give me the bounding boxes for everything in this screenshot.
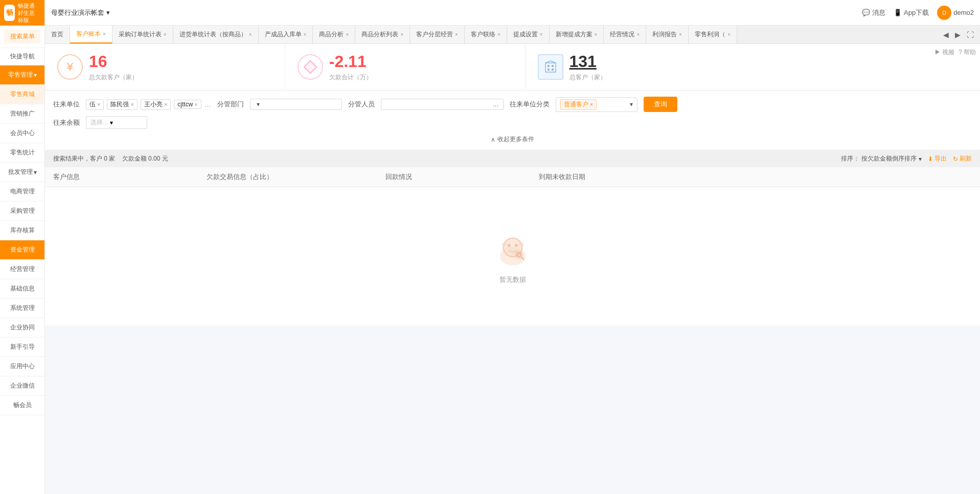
tab-scroll-right[interactable]: ▶ bbox=[953, 30, 963, 40]
sidebar-item-inventory[interactable]: 库存核算 bbox=[0, 221, 44, 240]
collapse-button[interactable]: ∧ 收起更多条件 bbox=[491, 135, 534, 144]
sidebar: 畅 畅捷通好生意 标版 搜索菜单 快捷导航 零售管理 ▾ 零售商城 营销推广 会… bbox=[0, 0, 45, 494]
tab-boost-settings[interactable]: 提成设置 × bbox=[507, 26, 550, 43]
sidebar-item-enterprise-wechat[interactable]: 企业微信 bbox=[0, 376, 44, 396]
tab-operations-status[interactable]: 经营情况 × bbox=[604, 26, 646, 43]
tab-product-analysis-list[interactable]: 商品分析列表 × bbox=[355, 26, 410, 43]
sidebar-item-retail-mall[interactable]: 零售商城 bbox=[0, 85, 44, 104]
filter-tag-close-4[interactable]: × bbox=[194, 101, 197, 107]
unit-type-tag: 普通客户 × bbox=[560, 99, 597, 110]
sidebar-item-basic-info[interactable]: 基础信息 bbox=[0, 279, 44, 299]
person-input[interactable]: … bbox=[381, 99, 504, 110]
query-button[interactable]: 查询 bbox=[644, 97, 677, 112]
tab-retail-profit[interactable]: 零售利润（ × bbox=[689, 26, 737, 43]
tab-close-retail-profit[interactable]: × bbox=[727, 32, 731, 37]
video-help-link[interactable]: ▶ 视频 bbox=[935, 48, 954, 57]
tab-close-purchase-order[interactable]: × bbox=[164, 32, 167, 37]
sidebar-item-operations[interactable]: 经营管理 bbox=[0, 260, 44, 279]
tab-customer-seg[interactable]: 客户分层经营 × bbox=[410, 26, 465, 43]
table-wrapper: 客户信息 欠款交易信息（占比） 回款情况 到期未收款日期 bbox=[45, 167, 980, 325]
tab-close-production[interactable]: × bbox=[304, 32, 307, 37]
sidebar-item-member-center[interactable]: 会员中心 bbox=[0, 124, 44, 143]
dept-select[interactable]: ▾ bbox=[250, 99, 342, 110]
filter-row-2: 往来余额 选择... ▾ bbox=[53, 116, 972, 129]
tab-close-product-analysis[interactable]: × bbox=[346, 32, 349, 37]
tab-new-boost-plan[interactable]: 新增提成方案 × bbox=[550, 26, 604, 43]
filter-tag-3: 王小亮 × bbox=[141, 99, 171, 110]
sidebar-logo: 畅 畅捷通好生意 标版 bbox=[0, 0, 44, 26]
sidebar-item-system[interactable]: 系统管理 bbox=[0, 299, 44, 318]
sidebar-item-wholesale-mgmt[interactable]: 批发管理 ▾ bbox=[0, 163, 44, 182]
unit-type-tag-close[interactable]: × bbox=[590, 101, 593, 107]
app-download-button[interactable]: 📱 App下载 bbox=[894, 8, 929, 17]
filter-tag-close-2[interactable]: × bbox=[130, 101, 133, 107]
tab-close-customer-seg[interactable]: × bbox=[455, 32, 458, 37]
tabbar-actions: ◀ ▶ ⛶ bbox=[937, 30, 980, 40]
stat-total-customers: 131 总客户（家） ▶ 视频 ? 帮助 bbox=[526, 44, 981, 90]
sort-select[interactable]: 排序： 按欠款金额倒序排序 ▾ bbox=[841, 154, 922, 163]
tab-customer-accounts[interactable]: 客户账本 × bbox=[70, 26, 112, 43]
collapse-row: ∧ 收起更多条件 bbox=[53, 133, 972, 144]
filter-tags: 伍 × 陈民强 × 王小亮 × cjttcw × … bbox=[86, 99, 211, 110]
tab-close-operations[interactable]: × bbox=[636, 32, 640, 37]
sidebar-item-new-guide[interactable]: 新手引导 bbox=[0, 338, 44, 357]
balance-filter-label: 往来余额 bbox=[53, 118, 80, 127]
filter-tag-more[interactable]: … bbox=[204, 101, 211, 108]
refresh-button[interactable]: ↻ 刷新 bbox=[953, 154, 972, 163]
tab-home[interactable]: 首页 bbox=[45, 26, 70, 43]
play-icon: ▶ bbox=[935, 49, 941, 56]
help-link[interactable]: ? 帮助 bbox=[959, 48, 976, 57]
balance-select[interactable]: 选择... ▾ bbox=[86, 116, 147, 129]
tab-close-new-boost[interactable]: × bbox=[595, 32, 598, 37]
credit-customers-value: 16 bbox=[89, 52, 138, 71]
tab-customer-contact[interactable]: 客户联络 × bbox=[465, 26, 507, 43]
col-debt-header: 欠款交易信息（占比） bbox=[207, 172, 385, 182]
sidebar-item-enterprise-collab[interactable]: 企业协同 bbox=[0, 318, 44, 338]
tab-scroll-left[interactable]: ◀ bbox=[941, 30, 951, 40]
account-selector[interactable]: 母婴行业演示帐套 ▾ bbox=[51, 8, 110, 17]
unit-type-select[interactable]: 普通客户 × ▾ bbox=[556, 97, 637, 112]
tab-close-profit[interactable]: × bbox=[679, 32, 682, 37]
sidebar-search[interactable]: 搜索菜单 bbox=[0, 26, 44, 48]
tab-close-product-analysis-list[interactable]: × bbox=[400, 32, 403, 37]
sidebar-item-capital[interactable]: 资金管理 bbox=[0, 240, 44, 260]
sidebar-item-ecommerce[interactable]: 电商管理 bbox=[0, 182, 44, 201]
download-icon: ⬇ bbox=[928, 155, 933, 163]
tab-purchase-order-stats[interactable]: 采购订单统计表 × bbox=[112, 26, 173, 43]
export-button[interactable]: ⬇ 导出 bbox=[928, 154, 947, 163]
sidebar-item-app-center[interactable]: 应用中心 bbox=[0, 357, 44, 376]
sidebar-item-retail-mgmt[interactable]: 零售管理 ▾ bbox=[0, 65, 44, 85]
sidebar-item-marketing[interactable]: 营销推广 bbox=[0, 104, 44, 124]
tab-expand[interactable]: ⛶ bbox=[965, 30, 976, 40]
sidebar-item-member[interactable]: 畅会员 bbox=[0, 396, 44, 415]
chevron-down-icon: ▾ bbox=[257, 101, 260, 108]
download-icon: 📱 bbox=[894, 9, 902, 16]
message-button[interactable]: 💬 消息 bbox=[862, 8, 885, 17]
quick-nav-button[interactable]: 快捷导航 bbox=[0, 48, 44, 65]
stat-credit-amount: -2.11 欠款合计（万） bbox=[285, 44, 526, 90]
topbar-right: 💬 消息 📱 App下载 D demo2 bbox=[862, 6, 974, 20]
topbar: 母婴行业演示帐套 ▾ 💬 消息 📱 App下载 D demo2 bbox=[45, 0, 980, 26]
credit-customers-label: 总欠款客户（家） bbox=[89, 73, 138, 82]
tab-close-customer-accounts[interactable]: × bbox=[103, 31, 106, 37]
tab-close-incoming[interactable]: × bbox=[249, 32, 252, 37]
question-icon: ? bbox=[959, 49, 962, 56]
search-menu-button[interactable]: 搜索菜单 bbox=[4, 30, 40, 43]
filter-bar: 往来单位 伍 × 陈民强 × 王小亮 × cjttcw bbox=[45, 91, 980, 150]
sidebar-item-purchase[interactable]: 采购管理 bbox=[0, 201, 44, 221]
user-menu[interactable]: D demo2 bbox=[937, 6, 974, 20]
filter-tag-close-1[interactable]: × bbox=[97, 101, 100, 107]
svg-rect-2 bbox=[545, 63, 556, 72]
tab-incoming-stats[interactable]: 进货单统计表（按商品） × bbox=[173, 26, 259, 43]
tab-close-customer-contact[interactable]: × bbox=[497, 32, 500, 37]
filter-tag-2: 陈民强 × bbox=[107, 99, 137, 110]
sidebar-item-retail-stats[interactable]: 零售统计 bbox=[0, 143, 44, 163]
tab-production-inbound[interactable]: 产成品入库单 × bbox=[259, 26, 313, 43]
results-actions: 排序： 按欠款金额倒序排序 ▾ ⬇ 导出 ↻ 刷新 bbox=[841, 154, 972, 163]
tab-close-boost-settings[interactable]: × bbox=[540, 32, 543, 37]
building-icon bbox=[543, 60, 558, 74]
credit-amount-value: -2.11 bbox=[329, 52, 372, 71]
filter-tag-close-3[interactable]: × bbox=[164, 101, 167, 107]
tab-profit-report[interactable]: 利润报告 × bbox=[646, 26, 689, 43]
tab-product-analysis[interactable]: 商品分析 × bbox=[313, 26, 355, 43]
